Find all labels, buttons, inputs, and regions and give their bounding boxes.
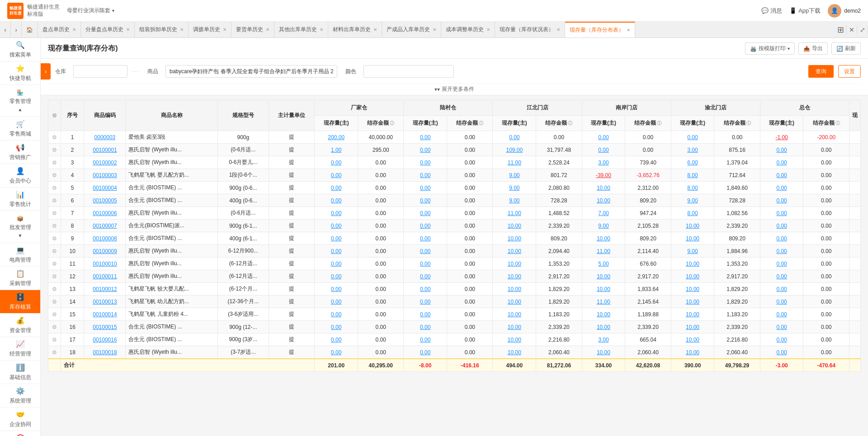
- row-gear[interactable]: ⚙: [48, 156, 61, 169]
- row-gear[interactable]: ⚙: [48, 283, 61, 295]
- info-icon6[interactable]: ⓘ: [835, 121, 840, 126]
- sidebar-item-retail-stats[interactable]: 📊 零售统计: [0, 188, 40, 211]
- tab-stock-distribution[interactable]: 现存量（库存分布表） ✕: [565, 22, 635, 38]
- search-btn[interactable]: 查询: [808, 65, 834, 78]
- tab-cost-adjust-history[interactable]: 成本调整单历史 ✕: [441, 22, 495, 38]
- app-download-btn[interactable]: 📱 App下载: [789, 7, 821, 15]
- tab-close-icon[interactable]: ✕: [627, 28, 630, 33]
- row-gear[interactable]: ⚙: [48, 308, 61, 321]
- row-spec: 6-12月900...: [217, 245, 269, 258]
- sidebar-item-system[interactable]: ⚙️ 系统管理: [0, 384, 40, 408]
- tab-close-icon[interactable]: ✕: [557, 27, 560, 32]
- tab-close-icon[interactable]: ✕: [320, 27, 323, 32]
- row-factory-amount: 0.00: [358, 194, 404, 207]
- tab-next-btn[interactable]: ›: [11, 22, 22, 38]
- sidebar-item-marketing[interactable]: 📢 营销推广: [0, 141, 40, 164]
- sidebar-item-finance[interactable]: 💰 资金管理: [0, 314, 40, 337]
- row-gear[interactable]: ⚙: [48, 270, 61, 283]
- row-spec: (6-12月适...: [217, 258, 269, 270]
- industry-selector[interactable]: 母婴行业演示陈套 ▾: [67, 7, 114, 14]
- warehouse-input[interactable]: [73, 65, 127, 78]
- row-jiangbei-stock: 9.00: [493, 182, 536, 194]
- refresh-btn[interactable]: 🔄 刷新: [831, 42, 861, 55]
- row-gear[interactable]: ⚙: [48, 295, 61, 308]
- row-gear[interactable]: ⚙: [48, 169, 61, 182]
- tab-prev-btn[interactable]: ‹: [0, 22, 11, 38]
- sidebar-item-purchase[interactable]: 📋 采购管理: [0, 267, 40, 290]
- tab-close-icon[interactable]: ✕: [223, 27, 226, 32]
- row-gear[interactable]: ⚙: [48, 182, 61, 194]
- tab-transfer-history[interactable]: 调拨单历史 ✕: [189, 22, 231, 38]
- row-unit: 提: [269, 156, 315, 169]
- row-factory-stock: 0.00: [315, 182, 358, 194]
- tab-product-in-history[interactable]: 产成品入库单历史 ✕: [382, 22, 441, 38]
- tab-assembly-history[interactable]: 组装拆卸单历史 ✕: [135, 22, 189, 38]
- sidebar-label: 营销推广: [9, 154, 31, 161]
- info-icon5[interactable]: ⓘ: [746, 121, 751, 126]
- row-luchen-amount: 0.00: [447, 321, 493, 333]
- sidebar-item-member[interactable]: 👤 会员中心: [0, 164, 40, 188]
- row-gear[interactable]: ⚙: [48, 333, 61, 346]
- tab-close-icon[interactable]: ✕: [72, 27, 76, 32]
- table-row: ⚙ 9 00100008 合生元 (BIOSTIME) ... 400g (6-…: [48, 232, 861, 245]
- tab-close-icon[interactable]: ✕: [373, 27, 377, 32]
- tab-other-out-history[interactable]: 其他出库单历史 ✕: [274, 22, 328, 38]
- tab-close-icon[interactable]: ✕: [126, 27, 130, 32]
- sidebar-item-guide[interactable]: 🎯 新手引导: [0, 431, 40, 436]
- row-gear[interactable]: ⚙: [48, 232, 61, 245]
- tab-home[interactable]: 🏠: [22, 22, 38, 38]
- row-gear[interactable]: ⚙: [48, 321, 61, 333]
- tab-material-out-history[interactable]: 材料出库单历史 ✕: [328, 22, 382, 38]
- sidebar-item-ecommerce[interactable]: 💻 电商管理: [0, 243, 40, 267]
- tab-close-all-btn[interactable]: ✕: [846, 26, 857, 33]
- sidebar-label: 采购管理: [9, 280, 31, 287]
- row-gear[interactable]: ⚙: [48, 220, 61, 232]
- collapse-sidebar-btn[interactable]: ›: [41, 63, 51, 80]
- sidebar-item-wholesale-mgmt[interactable]: 📦 批发管理 ▼: [0, 211, 40, 243]
- row-name: 惠氏启智 (Wyeth illu...: [126, 207, 217, 220]
- tab-close-icon[interactable]: ✕: [180, 27, 184, 32]
- tab-stock-status[interactable]: 现存量（库存状况表） ✕: [495, 22, 565, 38]
- row-nanan-stock: 0.00: [582, 144, 625, 156]
- sidebar-item-retail-mall[interactable]: 🛒 零售商城: [0, 117, 40, 141]
- user-area[interactable]: 👤 demo2: [828, 4, 861, 18]
- print-btn[interactable]: 🖨️ 按模版打印 ▾: [745, 42, 795, 55]
- expand-filter-btn[interactable]: ▾▾ 展开更多条件: [48, 83, 861, 95]
- color-input[interactable]: [363, 65, 454, 78]
- row-yubei-amount: 1,082.56: [714, 207, 760, 220]
- tab-more-btn[interactable]: ⊞: [835, 25, 846, 35]
- row-gear[interactable]: ⚙: [48, 144, 61, 156]
- message-btn[interactable]: 💬 消息: [761, 7, 782, 15]
- row-gear[interactable]: ⚙: [48, 245, 61, 258]
- info-icon4[interactable]: ⓘ: [657, 121, 661, 126]
- settings-btn[interactable]: 设置: [838, 65, 861, 78]
- luchen-stock-header: 现存量(主): [404, 116, 447, 131]
- row-gear[interactable]: ⚙: [48, 194, 61, 207]
- tab-qty-stock-history[interactable]: 分量盘点单历史 ✕: [81, 22, 135, 38]
- sidebar-item-quicknav[interactable]: ⭐ 快捷导航: [0, 61, 40, 85]
- row-gear[interactable]: ⚙: [48, 207, 61, 220]
- col-gear-header[interactable]: ⚙: [48, 100, 61, 131]
- row-nanan-amount: -3,652.76: [625, 169, 671, 182]
- tab-close-icon[interactable]: ✕: [266, 27, 269, 32]
- tab-expand-btn[interactable]: ⤢: [857, 26, 868, 33]
- tab-close-icon[interactable]: ✕: [486, 27, 490, 32]
- goods-input[interactable]: [165, 65, 337, 78]
- info-icon2[interactable]: ⓘ: [479, 121, 483, 126]
- sidebar-item-inventory[interactable]: 🗄️ 库存核算: [0, 290, 40, 314]
- sidebar-item-collab[interactable]: 🤝 企业协同: [0, 408, 40, 431]
- row-gear[interactable]: ⚙: [48, 131, 61, 144]
- sidebar-item-retail-mgmt[interactable]: 🏪 零售管理 ▲: [0, 85, 40, 117]
- info-icon3[interactable]: ⓘ: [568, 121, 572, 126]
- sidebar-item-search[interactable]: 🔍 搜索英单: [0, 38, 40, 61]
- row-nanan-stock: 10.00: [582, 182, 625, 194]
- row-gear[interactable]: ⚙: [48, 258, 61, 270]
- row-gear[interactable]: ⚙: [48, 346, 61, 359]
- tab-stock-take-history[interactable]: 盘点单历史 ✕: [38, 22, 81, 38]
- tab-close-icon[interactable]: ✕: [433, 27, 436, 32]
- export-btn[interactable]: 📤 导出: [798, 42, 828, 55]
- info-icon1[interactable]: ⓘ: [390, 121, 394, 126]
- sidebar-item-basic-info[interactable]: ℹ️ 基础信息: [0, 361, 40, 384]
- tab-order-history[interactable]: 要货单历史 ✕: [231, 22, 274, 38]
- sidebar-item-operations[interactable]: 📈 经营管理: [0, 337, 40, 361]
